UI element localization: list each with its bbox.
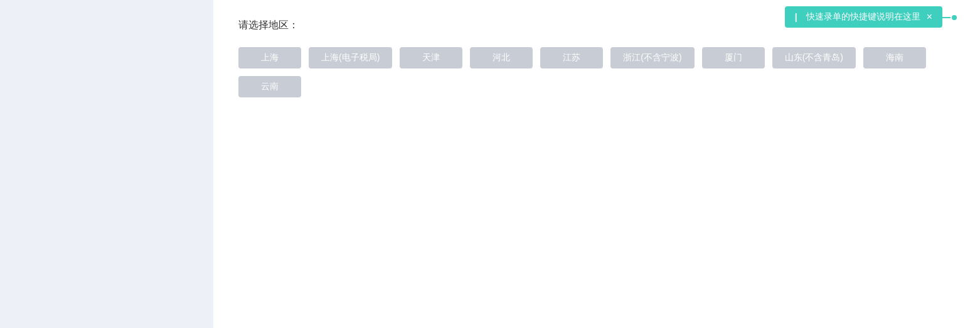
region-buttons: 上海上海(电子税局)天津河北江苏浙江(不含宁波)厦门山东(不含青岛)海南云南: [238, 47, 955, 97]
dot-indicator: [951, 14, 958, 21]
region-btn-shandong[interactable]: 山东(不含青岛): [772, 47, 856, 68]
region-btn-tianjin[interactable]: 天津: [400, 47, 462, 68]
region-btn-zhejiang[interactable]: 浙江(不含宁波): [610, 47, 694, 68]
region-btn-hainan[interactable]: 海南: [863, 47, 926, 68]
region-btn-shanghai[interactable]: 上海: [238, 47, 301, 68]
region-btn-xiamen[interactable]: 厦门: [702, 47, 765, 68]
tooltip-text: 快速录单的快捷键说明在这里: [806, 11, 920, 23]
tooltip-close-button[interactable]: ×: [927, 12, 932, 22]
left-sidebar: [0, 0, 213, 328]
region-btn-yunnan[interactable]: 云南: [238, 76, 301, 97]
region-btn-jiangsu[interactable]: 江苏: [540, 47, 603, 68]
main-content: 请选择地区： 上海上海(电子税局)天津河北江苏浙江(不含宁波)厦门山东(不含青岛…: [213, 0, 980, 328]
region-btn-shanghai-etax[interactable]: 上海(电子税局): [309, 47, 392, 68]
tooltip-banner: 快速录单的快捷键说明在这里 ×: [785, 6, 942, 28]
dot-line-decoration: [938, 17, 951, 18]
region-btn-hebei[interactable]: 河北: [470, 47, 533, 68]
